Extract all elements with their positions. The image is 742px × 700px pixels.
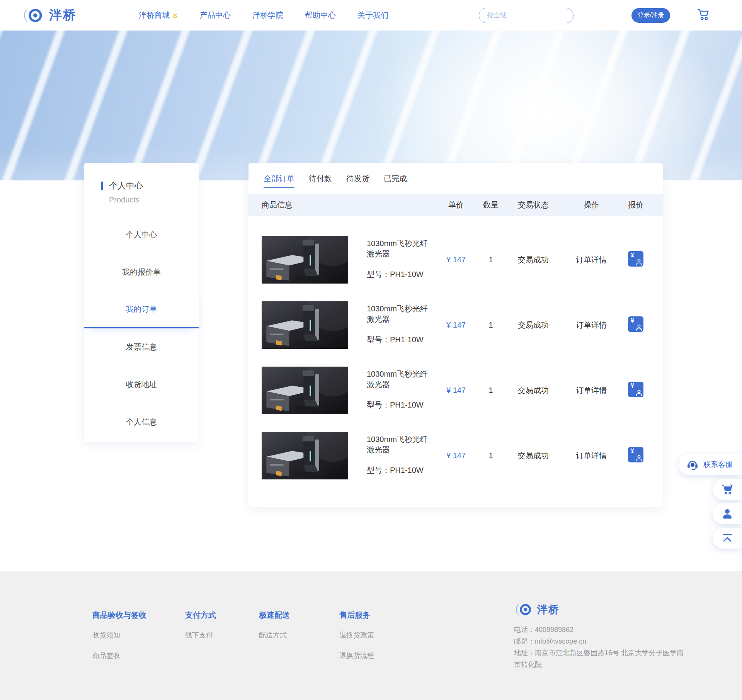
product-image[interactable]	[262, 236, 348, 284]
yen-icon: ¥	[631, 382, 634, 389]
tab-completed[interactable]: 已完成	[384, 173, 407, 184]
user-icon	[635, 455, 642, 461]
order-detail-link[interactable]: 订单详情	[576, 321, 607, 329]
order-row: 1030mm飞秒光纤激光器 型号：PH1-10W ¥ 147 1 交易成功 订单…	[248, 358, 663, 423]
order-detail-link[interactable]: 订单详情	[576, 386, 607, 394]
sidebar-item-orders[interactable]: 我的订单	[84, 291, 199, 328]
trade-status: 交易成功	[504, 450, 562, 461]
product-title: 1030mm飞秒光纤激光器	[367, 238, 435, 259]
sidebar-item-invoice[interactable]: 发票信息	[84, 328, 199, 366]
user-icon	[635, 389, 642, 396]
product-image[interactable]	[262, 301, 348, 349]
col-header-quote: 报价	[620, 200, 651, 210]
brand-name: 泮桥	[49, 7, 77, 24]
sidebar-item-quotes[interactable]: 我的报价单	[84, 253, 199, 291]
back-to-top-button[interactable]	[713, 528, 742, 549]
sidebar-subtitle: Products	[109, 195, 199, 204]
search-box	[479, 8, 574, 23]
cart-button[interactable]	[696, 8, 711, 22]
footer-address: 地址：南京市江北新区磐固路16号 北京大学分子医学南京转化院	[514, 647, 684, 670]
unit-price: ¥ 147	[435, 255, 477, 264]
brand-name: 泮桥	[537, 603, 560, 617]
unit-price: ¥ 147	[435, 321, 477, 330]
table-header: 商品信息 单价 数量 交易状态 操作 报价	[248, 194, 663, 216]
sidebar-item-address[interactable]: 收货地址	[84, 366, 199, 403]
nav-item-academy[interactable]: 泮桥学院	[252, 10, 283, 20]
tab-all-orders[interactable]: 全部订单	[264, 173, 294, 184]
footer-col-title: 极速配送	[259, 610, 290, 620]
hero-banner	[0, 31, 742, 180]
tab-pending-payment[interactable]: 待付款	[309, 173, 332, 184]
content: 个人中心 Products 个人中心 我的报价单 我的订单 发票信息 收货地址 …	[0, 180, 742, 571]
footer-link[interactable]: 线下支付	[185, 630, 216, 640]
order-row: 1030mm飞秒光纤激光器 型号：PH1-10W ¥ 147 1 交易成功 订单…	[248, 292, 663, 358]
product-model: 型号：PH1-10W	[367, 400, 435, 410]
nav-item-help[interactable]: 帮助中心	[305, 10, 336, 20]
footer: 商品验收与签收 收货须知 商品签收 支付方式 线下支付 极速配送 配送方式 售后…	[0, 571, 742, 700]
brand-logo[interactable]: 泮桥	[21, 6, 77, 25]
brand-logo-icon	[514, 601, 534, 618]
col-header-price: 单价	[435, 200, 477, 210]
user-icon	[635, 259, 642, 265]
product-model: 型号：PH1-10W	[367, 269, 435, 280]
footer-link[interactable]: 商品签收	[92, 651, 146, 660]
user-icon	[635, 324, 642, 331]
order-tabs: 全部订单 待付款 待发货 已完成	[248, 163, 663, 194]
order-rows: 1030mm飞秒光纤激光器 型号：PH1-10W ¥ 147 1 交易成功 订单…	[248, 216, 663, 488]
tab-pending-shipment[interactable]: 待发货	[346, 173, 369, 184]
chevron-down-icon	[172, 13, 178, 19]
headset-icon	[686, 459, 699, 471]
footer-phone: 电话：4009989862	[514, 624, 684, 635]
quantity: 1	[477, 321, 504, 330]
footer-logo: 泮桥	[514, 601, 684, 618]
user-icon	[721, 508, 733, 520]
footer-link[interactable]: 配送方式	[259, 630, 290, 640]
order-detail-link[interactable]: 订单详情	[576, 451, 607, 460]
sidebar-header: 个人中心 Products	[84, 163, 199, 204]
order-row: 1030mm飞秒光纤激光器 型号：PH1-10W ¥ 147 1 交易成功 订单…	[248, 423, 663, 488]
col-header-qty: 数量	[477, 200, 504, 210]
product-model: 型号：PH1-10W	[367, 465, 435, 476]
product-image[interactable]	[262, 367, 348, 414]
product-image[interactable]	[262, 432, 348, 479]
sidebar-item-personal-center[interactable]: 个人中心	[84, 216, 199, 253]
yen-icon: ¥	[631, 448, 634, 455]
col-header-action: 操作	[562, 200, 620, 210]
footer-email: 邮箱：info@tvscope.cn	[514, 635, 684, 647]
footer-link[interactable]: 退换货政策	[339, 630, 374, 640]
quantity: 1	[477, 386, 504, 395]
sidebar-item-profile[interactable]: 个人信息	[84, 403, 199, 441]
col-header-product: 商品信息	[262, 200, 435, 210]
footer-brand: 泮桥 电话：4009989862 邮箱：info@tvscope.cn 地址：南…	[514, 571, 684, 700]
nav-item-products[interactable]: 产品中心	[200, 10, 231, 20]
quote-button[interactable]: ¥	[628, 316, 643, 332]
quote-button[interactable]: ¥	[628, 447, 643, 462]
order-detail-link[interactable]: 订单详情	[576, 255, 607, 264]
search-input[interactable]	[487, 12, 572, 19]
yen-icon: ¥	[631, 252, 634, 259]
footer-col-title: 售后服务	[339, 610, 374, 620]
product-title: 1030mm飞秒光纤激光器	[367, 369, 435, 390]
trade-status: 交易成功	[504, 320, 562, 330]
product-photo-laser	[262, 301, 348, 349]
quote-button[interactable]: ¥	[628, 251, 643, 267]
product-photo-laser	[262, 432, 348, 479]
floating-cart-button[interactable]	[713, 479, 742, 500]
product-photo-laser	[262, 367, 348, 414]
col-header-status: 交易状态	[504, 200, 562, 210]
footer-link[interactable]: 退换货流程	[339, 651, 374, 660]
footer-col-delivery: 极速配送 配送方式	[259, 571, 290, 700]
page: 泮桥 泮桥商城 产品中心 泮桥学院 帮助中心 关于我们 登录/注册	[0, 0, 742, 700]
contact-service-label: 联系客服	[703, 460, 733, 470]
contact-service-button[interactable]: 联系客服	[679, 454, 742, 475]
cart-icon	[721, 484, 733, 495]
unit-price: ¥ 147	[435, 386, 477, 395]
main-nav: 泮桥商城 产品中心 泮桥学院 帮助中心 关于我们	[139, 10, 388, 20]
quote-button[interactable]: ¥	[628, 382, 643, 397]
nav-item-mall[interactable]: 泮桥商城	[139, 10, 178, 20]
nav-item-about[interactable]: 关于我们	[357, 10, 388, 20]
footer-link[interactable]: 收货须知	[92, 630, 146, 640]
login-register-button[interactable]: 登录/注册	[631, 8, 670, 23]
floating-user-button[interactable]	[713, 503, 742, 524]
order-row: 1030mm飞秒光纤激光器 型号：PH1-10W ¥ 147 1 交易成功 订单…	[248, 227, 663, 292]
